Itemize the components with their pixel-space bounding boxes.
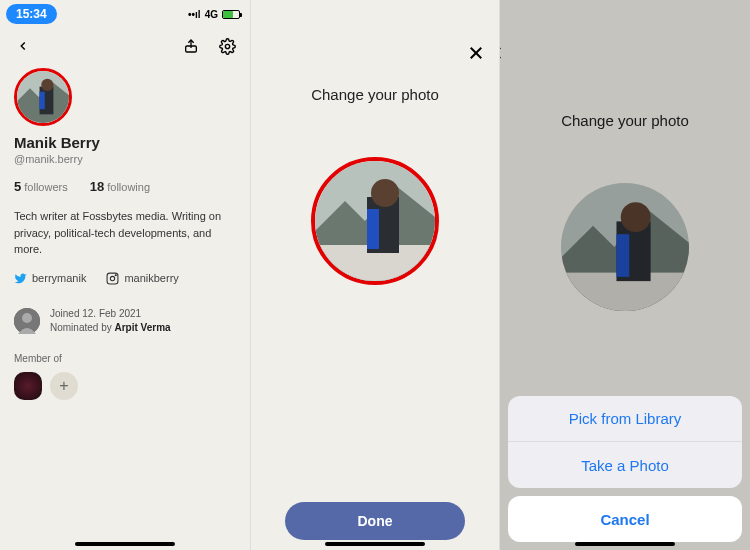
share-button[interactable] (178, 33, 204, 59)
svg-rect-17 (367, 209, 379, 249)
network-label: 4G (205, 9, 218, 20)
back-button[interactable] (10, 33, 36, 59)
top-nav (0, 28, 250, 64)
signal-icon: ••ıl (188, 9, 201, 20)
cancel-button[interactable]: Cancel (508, 496, 742, 542)
share-icon (183, 38, 199, 54)
avatar-image (17, 71, 69, 123)
svg-point-7 (111, 276, 115, 280)
svg-point-8 (116, 274, 117, 275)
svg-point-16 (371, 179, 399, 207)
close-icon (467, 44, 485, 62)
screen-change-photo: 15:34 ••ıl 4G Change your photo Done (250, 0, 500, 550)
avatar-image (315, 161, 435, 281)
change-photo-avatar[interactable] (311, 157, 439, 285)
profile-info: Manik Berry @manik.berry 5 followers 18 … (0, 134, 250, 400)
take-photo-button[interactable]: Take a Photo (508, 442, 742, 488)
battery-icon (222, 10, 240, 19)
avatar-image (561, 183, 689, 311)
twitter-link[interactable]: berrymanik (14, 272, 86, 285)
followers-stat[interactable]: 5 followers (14, 179, 68, 194)
joined-date: Joined 12. Feb 2021 (50, 307, 171, 321)
profile-handle: @manik.berry (14, 153, 236, 165)
svg-point-23 (621, 202, 651, 232)
modal-title: Change your photo (500, 112, 750, 129)
status-time: 15:34 (6, 4, 57, 24)
home-indicator[interactable] (325, 542, 425, 546)
done-button[interactable]: Done (285, 502, 465, 540)
svg-rect-22 (616, 221, 650, 281)
change-photo-avatar[interactable] (561, 183, 689, 311)
pick-from-library-button[interactable]: Pick from Library (508, 396, 742, 442)
close-icon (500, 44, 504, 62)
gear-icon (219, 38, 236, 55)
svg-rect-24 (616, 234, 629, 277)
modal-title: Change your photo (251, 86, 499, 103)
instagram-icon (106, 272, 119, 285)
svg-point-1 (225, 44, 229, 48)
svg-rect-21 (561, 273, 689, 311)
close-button[interactable] (500, 42, 736, 68)
status-bar: 15:34 ••ıl 4G (0, 0, 250, 28)
chevron-left-icon (16, 39, 30, 53)
nomination-info: Joined 12. Feb 2021 Nominated by Arpit V… (14, 307, 236, 335)
add-club-button[interactable]: + (50, 372, 78, 400)
status-indicators: ••ıl 4G (188, 9, 240, 20)
profile-name: Manik Berry (14, 134, 236, 151)
screen-action-sheet: 15:34 ••ıl 4G Change your photo Pick fro… (500, 0, 750, 550)
profile-bio: Tech writer at Fossbytes media. Writing … (14, 208, 236, 258)
screen-profile: 15:34 ••ıl 4G Manik Berry @manik.berry 5… (0, 0, 250, 550)
nominated-by: Nominated by Arpit Verma (50, 321, 171, 335)
club-avatar[interactable] (14, 372, 42, 400)
svg-rect-20 (561, 183, 689, 311)
close-button[interactable] (467, 42, 485, 68)
svg-point-4 (41, 79, 53, 91)
svg-rect-5 (40, 92, 45, 109)
following-stat[interactable]: 18 following (90, 179, 150, 194)
twitter-icon (14, 272, 27, 285)
home-indicator[interactable] (75, 542, 175, 546)
action-sheet: Pick from Library Take a Photo Cancel (508, 396, 742, 542)
svg-point-10 (22, 313, 32, 323)
settings-button[interactable] (214, 33, 240, 59)
nominator-avatar[interactable] (14, 308, 40, 334)
profile-avatar[interactable] (14, 68, 72, 126)
instagram-link[interactable]: manikberry (106, 272, 178, 285)
member-of-label: Member of (14, 353, 236, 364)
